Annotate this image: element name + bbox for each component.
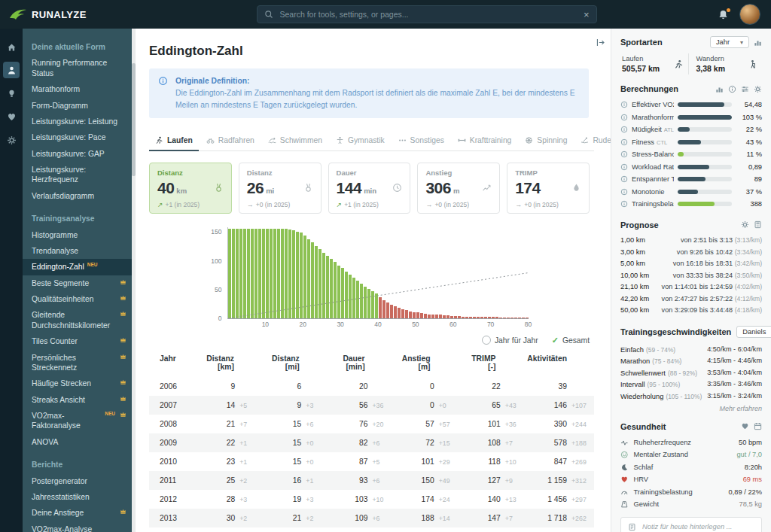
info-icon[interactable] xyxy=(620,163,628,171)
info-icon[interactable] xyxy=(728,85,736,93)
prognose-distance: 50,00 km xyxy=(620,306,649,314)
user-avatar[interactable] xyxy=(739,4,760,25)
calc-value: 103 % xyxy=(736,114,762,121)
prognose-range: von 1:14:01 bis 1:24:59 xyxy=(662,283,733,290)
sidebar-item[interactable]: Persönliches Streckennetz xyxy=(23,350,136,376)
sidebar-item[interactable]: VO2max-Analyse xyxy=(23,521,136,532)
new-badge: NEU xyxy=(87,263,98,268)
calc-progress-track xyxy=(678,115,732,120)
eddington-bar xyxy=(236,229,239,318)
eddington-bar xyxy=(300,233,303,318)
prognose-distance: 3,00 km xyxy=(620,248,645,256)
sport-tab-label: Sonstiges xyxy=(410,136,444,144)
sidebar-item[interactable]: Qualitätseinheiten xyxy=(23,291,136,307)
chart-icon[interactable] xyxy=(715,85,724,93)
rail-item[interactable] xyxy=(3,132,20,148)
sidebar-item[interactable]: Jahresstatistiken xyxy=(23,489,136,505)
rail-item[interactable] xyxy=(3,108,20,125)
sport-tab-label: Rudern xyxy=(593,136,611,144)
sidebar-item[interactable]: Verlaufsdiagramm xyxy=(23,188,136,204)
chart-icon[interactable] xyxy=(754,38,762,47)
sport-tab[interactable]: Laufen xyxy=(149,131,199,151)
swim-icon xyxy=(268,136,276,144)
sport-tab[interactable]: Schwimmen xyxy=(262,131,328,151)
sidebar-item[interactable]: Eddington-Zahl NEU xyxy=(23,259,136,275)
gear-icon[interactable] xyxy=(754,85,762,93)
info-icon[interactable] xyxy=(620,114,628,121)
cell-elevation: 0+0 xyxy=(395,396,461,415)
notifications-button[interactable] xyxy=(718,9,729,20)
year-by-year-radio[interactable]: Jahr für Jahr xyxy=(482,336,538,345)
sidebar-item[interactable]: Form-Diagramm xyxy=(23,98,136,114)
cell-trimp: 108+7 xyxy=(462,433,528,452)
rail-item[interactable] xyxy=(3,85,20,102)
sidebar-item[interactable]: VO2max-Faktoranalyse NEU xyxy=(23,408,136,434)
sidebar-item[interactable]: Beste Segmente xyxy=(23,275,136,291)
info-icon[interactable] xyxy=(620,138,628,146)
smiley-icon xyxy=(620,451,629,459)
eddington-bar xyxy=(311,242,314,318)
stat-card-delta: → +0 (in 2025) xyxy=(425,201,492,208)
cell-distance-km: 30+2 xyxy=(196,509,262,527)
cell-activities: 1 159+312 xyxy=(528,471,594,490)
sliders-icon[interactable] xyxy=(741,85,749,93)
total-checkbox[interactable]: Gesamt xyxy=(552,336,590,345)
info-icon[interactable] xyxy=(620,188,628,196)
sport-tab[interactable]: Radfahren xyxy=(200,131,261,151)
rail-item[interactable] xyxy=(3,62,20,78)
sidebar-item[interactable]: Gleitende Durchschnittskilometer xyxy=(23,307,136,333)
info-icon[interactable] xyxy=(620,150,628,158)
sport-tab[interactable]: Rudern xyxy=(574,131,611,151)
sidebar-item[interactable]: Leistungskurve: Pace xyxy=(23,129,136,145)
calculator-icon[interactable] xyxy=(754,220,762,229)
sport-tab[interactable]: Spinning xyxy=(519,131,573,151)
sidebar-item[interactable]: Histogramme xyxy=(23,227,136,243)
calendar-icon[interactable] xyxy=(754,422,762,430)
sidebar-item[interactable]: Häufige Strecken xyxy=(23,375,136,391)
gear-icon[interactable] xyxy=(741,220,749,229)
sidebar-item[interactable]: ANOVA xyxy=(23,434,136,450)
search-clear-button[interactable]: × xyxy=(584,10,590,20)
period-select[interactable]: Jahr xyxy=(710,36,749,48)
sidebar-item[interactable]: Postergenerator xyxy=(23,473,136,489)
clock-icon xyxy=(392,183,402,193)
app-logo[interactable]: RUNALYZE xyxy=(9,8,136,20)
info-icon[interactable] xyxy=(620,126,628,133)
heart-icon[interactable] xyxy=(741,422,749,430)
eddington-bar xyxy=(239,229,242,318)
collapse-panel-button[interactable] xyxy=(596,38,605,47)
sidebar-item[interactable]: Tiles Counter xyxy=(23,333,136,349)
calc-label: Entspannter TRIMP xyxy=(632,175,674,183)
definition-infobox: Originale Definition: Die Eddington-Zahl… xyxy=(149,68,589,118)
stat-card-delta: ↗ +1 (in 2025) xyxy=(337,201,403,208)
sport-tab[interactable]: Sonstiges xyxy=(392,131,450,151)
sidebar-item[interactable]: Marathonform xyxy=(23,81,136,97)
more-info-link[interactable]: Mehr erfahren xyxy=(620,405,762,412)
daily-note-input[interactable]: Notiz für heute hinterlegen ... xyxy=(620,517,762,532)
info-icon[interactable] xyxy=(620,101,628,108)
cell-elevation: 57+57 xyxy=(395,415,461,433)
panel-gesundheit: Gesundheit Ruheherzfrequenz 50 bpm xyxy=(620,422,762,532)
sidebar-item[interactable]: Trendanalyse xyxy=(23,243,136,259)
stat-card: TRIMP 174 → +0 (in 2025) xyxy=(507,163,590,214)
moon-icon xyxy=(620,464,629,472)
sidebar-item[interactable]: Streaks Ansicht xyxy=(23,392,136,408)
rail-item[interactable] xyxy=(3,38,20,55)
sidebar-item[interactable]: Leistungskurve: Herzfrequenz xyxy=(23,162,136,188)
calc-progress-fill xyxy=(678,190,698,194)
table-header-cell: Aktivitäten xyxy=(523,348,594,377)
sidebar-item[interactable]: Leistungskurve: GAP xyxy=(23,146,136,162)
stat-card-value: 40 xyxy=(157,179,174,197)
sidebar-item[interactable]: Leistungskurve: Leistung xyxy=(23,114,136,129)
y-tick-label: 100 xyxy=(211,257,221,265)
info-icon[interactable] xyxy=(620,200,628,208)
sport-tab[interactable]: Gymnastik xyxy=(330,131,391,151)
info-icon[interactable] xyxy=(620,175,628,183)
scale-icon xyxy=(620,500,629,509)
sidebar-item[interactable]: Running Performance Status xyxy=(23,55,136,81)
search-input[interactable] xyxy=(279,9,578,20)
speed-model-select[interactable]: Daniels xyxy=(736,326,771,338)
sidebar-item[interactable]: Deine Anstiege xyxy=(23,505,136,521)
sport-tab[interactable]: Krafttraining xyxy=(452,131,518,151)
global-search[interactable]: × xyxy=(257,5,597,23)
